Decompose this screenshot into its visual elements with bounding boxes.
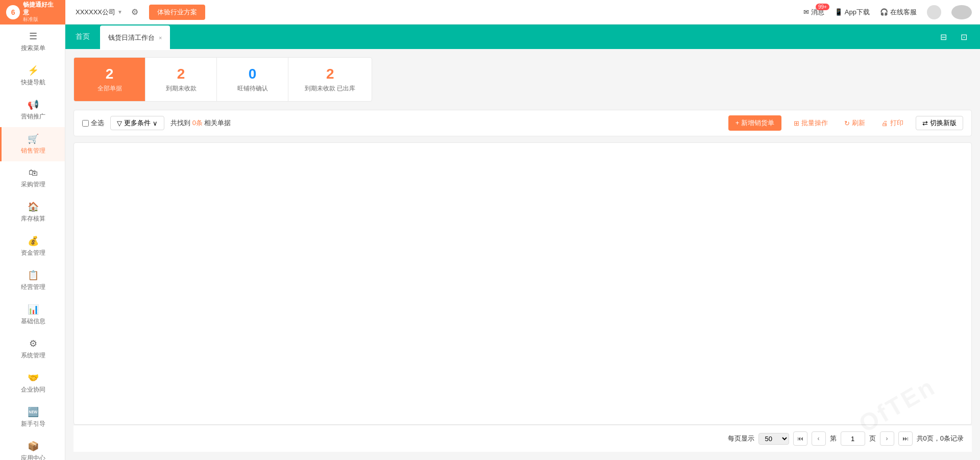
tab-home[interactable]: 首页 <box>65 25 100 49</box>
sidebar-item-label: 系统管理 <box>21 351 45 360</box>
logo-text: 畅捷通好生意 标准版 <box>23 1 59 23</box>
stats-row: 2 全部单据 2 到期未收款 0 旺铺待确认 2 到期未收款 已出库 <box>74 57 372 102</box>
sidebar-item-label: 搜索菜单 <box>21 44 45 53</box>
select-all-checkbox[interactable]: 全选 <box>82 118 104 128</box>
total-records: 共0页，0条记录 <box>917 434 964 443</box>
tab-minimize-icon[interactable]: ⊟ <box>935 29 951 45</box>
sidebar-item-basic-info[interactable]: 📊 基础信息 <box>0 298 65 332</box>
tab-actions: ⊟ ⊡ <box>935 29 980 45</box>
page-label: 第 <box>830 434 837 443</box>
stat-number-all: 2 <box>90 66 129 82</box>
company-name: XXXXXX公司 <box>76 8 115 17</box>
inventory-icon: 🏠 <box>28 201 39 212</box>
next-page-button[interactable]: › <box>880 431 894 446</box>
per-page-select[interactable]: 50 100 200 <box>758 433 789 445</box>
sidebar-item-operations[interactable]: 📋 经营管理 <box>0 263 65 298</box>
pagination-bar: 每页显示 50 100 200 ⏮ ‹ 第 页 › ⏭ 共0页，0条记录 <box>74 425 972 452</box>
select-all-input[interactable] <box>82 120 89 127</box>
sidebar-item-label: 企业协同 <box>21 385 45 394</box>
switch-icon: ⇄ <box>922 119 928 127</box>
stat-label-overdue: 到期未收款 <box>162 84 200 93</box>
company-selector[interactable]: XXXXXX公司 ▼ <box>76 8 122 17</box>
main-layout: ☰ 搜索菜单 ⚡ 快捷导航 📢 营销推广 🛒 销售管理 🛍 采购管理 🏠 库存核… <box>0 25 980 460</box>
app-center-icon: 📦 <box>28 441 39 452</box>
prev-page-button[interactable]: ‹ <box>812 431 826 446</box>
last-page-button[interactable]: ⏭ <box>898 431 913 446</box>
stat-card-all[interactable]: 2 全部单据 <box>74 58 145 101</box>
message-icon: ✉ <box>803 8 809 16</box>
found-text: 共找到 0条 相关单据 <box>170 118 231 128</box>
sidebar: ☰ 搜索菜单 ⚡ 快捷导航 📢 营销推广 🛒 销售管理 🛍 采购管理 🏠 库存核… <box>0 25 65 460</box>
sidebar-item-marketing[interactable]: 📢 营销推广 <box>0 93 65 127</box>
sidebar-item-guide[interactable]: 🆕 新手引导 <box>0 400 65 434</box>
sales-icon: 🛒 <box>28 133 39 144</box>
per-page-label: 每页显示 <box>728 434 754 443</box>
stat-card-overdue[interactable]: 2 到期未收款 <box>145 58 217 101</box>
batch-icon: ⊞ <box>794 119 799 127</box>
select-all-label: 全选 <box>91 118 104 128</box>
page-content: 2 全部单据 2 到期未收款 0 旺铺待确认 2 到期未收款 已出库 <box>65 49 980 460</box>
sidebar-item-label: 经营管理 <box>21 283 45 292</box>
page-suffix: 页 <box>869 434 876 443</box>
logo-icon: 6 <box>6 5 20 19</box>
sidebar-item-label: 基础信息 <box>21 317 45 326</box>
stat-card-pending[interactable]: 0 旺铺待确认 <box>217 58 288 101</box>
app-download-label: App下载 <box>845 8 870 17</box>
logo-area: 6 畅捷通好生意 标准版 <box>0 0 65 25</box>
tab-maximize-icon[interactable]: ⊡ <box>955 29 972 45</box>
toolbar-right: + 新增销货单 ⊞ 批量操作 ↻ 刷新 🖨 打印 ⇄ <box>728 115 963 131</box>
sidebar-item-quick-nav[interactable]: ⚡ 快捷导航 <box>0 59 65 93</box>
sidebar-item-system[interactable]: ⚙ 系统管理 <box>0 332 65 366</box>
sidebar-item-label: 应用中心 <box>21 454 45 460</box>
sidebar-item-label: 采购管理 <box>21 180 45 189</box>
app-download-item[interactable]: 📱 App下载 <box>835 8 870 17</box>
finance-icon: 💰 <box>28 235 39 247</box>
online-service-icon: 🎧 <box>880 8 888 16</box>
sidebar-item-search-menu[interactable]: ☰ 搜索菜单 <box>0 25 65 59</box>
table-area <box>74 142 972 425</box>
toolbar: 全选 ▽ 更多条件 ∨ 共找到 0条 相关单据 + 新增销货单 <box>74 110 972 136</box>
batch-operation-button[interactable]: ⊞ 批量操作 <box>790 116 832 130</box>
tab-close-icon[interactable]: × <box>159 35 162 41</box>
stat-number-pending: 0 <box>233 66 272 82</box>
sidebar-item-purchase[interactable]: 🛍 采购管理 <box>0 161 65 195</box>
filter-button[interactable]: ▽ 更多条件 ∨ <box>110 116 164 130</box>
sidebar-item-finance[interactable]: 💰 资金管理 <box>0 229 65 263</box>
stat-card-shipped[interactable]: 2 到期未收款 已出库 <box>288 58 372 101</box>
app-download-icon: 📱 <box>835 8 843 16</box>
stat-label-all: 全部单据 <box>90 84 129 93</box>
sidebar-item-app-center[interactable]: 📦 应用中心 <box>0 434 65 460</box>
tab-label: 钱货日清工作台 <box>108 33 155 42</box>
sidebar-item-sales[interactable]: 🛒 销售管理 <box>0 127 65 161</box>
content-area: 首页 钱货日清工作台 × ⊟ ⊡ 2 全部单据 2 到期未收款 <box>65 25 980 460</box>
page-input[interactable] <box>841 431 865 446</box>
online-service-item[interactable]: 🎧 在线客服 <box>880 8 917 17</box>
guide-icon: 🆕 <box>28 406 39 418</box>
new-sale-button[interactable]: + 新增销货单 <box>728 115 781 131</box>
message-icon-item[interactable]: ✉ 消息 99+ <box>803 8 824 17</box>
refresh-button[interactable]: ↻ 刷新 <box>840 116 869 130</box>
purchase-icon: 🛍 <box>29 167 38 178</box>
refresh-icon: ↻ <box>844 119 850 127</box>
trial-button[interactable]: 体验行业方案 <box>149 5 205 20</box>
stat-label-pending: 旺铺待确认 <box>233 84 272 93</box>
settings-icon[interactable]: ⚙ <box>127 4 143 20</box>
switch-version-button[interactable]: ⇄ 切换新版 <box>916 116 963 130</box>
found-count: 0条 <box>192 119 203 127</box>
sidebar-item-enterprise[interactable]: 🤝 企业协同 <box>0 366 65 400</box>
sidebar-item-label: 快捷导航 <box>21 78 45 87</box>
tab-active[interactable]: 钱货日清工作台 × <box>100 26 170 50</box>
sidebar-item-inventory[interactable]: 🏠 库存核算 <box>0 195 65 229</box>
avatar[interactable] <box>927 5 941 19</box>
chevron-down-icon: ▼ <box>117 9 122 15</box>
quick-nav-icon: ⚡ <box>28 65 39 76</box>
sidebar-item-label: 新手引导 <box>21 420 45 428</box>
stat-number-shipped: 2 <box>305 66 355 82</box>
sidebar-item-label: 营销推广 <box>21 112 45 121</box>
stat-number-overdue: 2 <box>162 66 200 82</box>
stat-label-shipped: 到期未收款 已出库 <box>305 84 355 93</box>
print-button[interactable]: 🖨 打印 <box>877 116 908 130</box>
search-menu-icon: ☰ <box>29 31 37 42</box>
first-page-button[interactable]: ⏮ <box>793 431 807 446</box>
username-area <box>951 5 972 19</box>
